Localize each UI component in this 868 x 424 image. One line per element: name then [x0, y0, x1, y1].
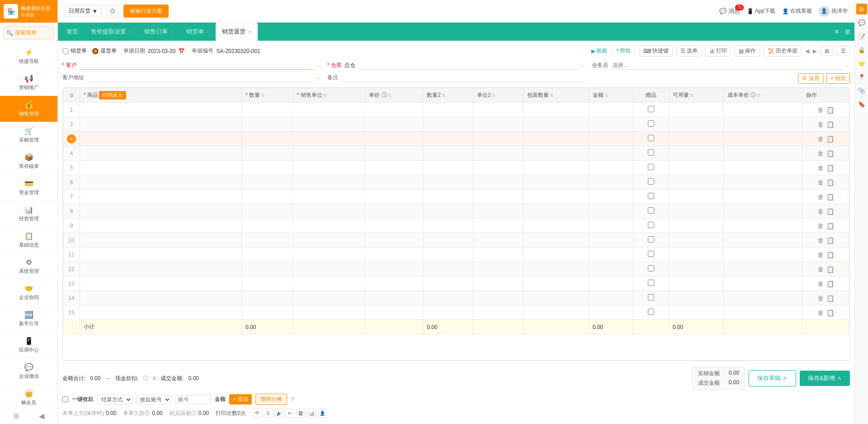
print-icon-7[interactable]: 👤: [318, 409, 327, 418]
add-row-button[interactable]: +: [67, 134, 76, 143]
calc-method-select[interactable]: 结算方式: [97, 395, 132, 405]
rs-clip-btn[interactable]: 📎: [856, 85, 867, 96]
one-click-payment-checkbox[interactable]: [62, 396, 68, 402]
gift-checkbox[interactable]: [648, 135, 654, 141]
sidebar-item-marketing[interactable]: 📢 营销推广: [0, 70, 57, 96]
copy-row-icon[interactable]: 📋: [826, 222, 834, 229]
sidebar-item-newguide[interactable]: 🆕 新手引导: [0, 306, 57, 332]
rs-pin-btn[interactable]: 📍: [856, 71, 867, 82]
discount-help-icon[interactable]: ⓘ: [143, 375, 148, 382]
tab-home[interactable]: 首页: [60, 23, 85, 41]
print-icon-4[interactable]: ✏: [285, 409, 294, 418]
tab-sales-delivery[interactable]: 销货单 ×: [180, 23, 216, 41]
add-logistics-button[interactable]: + 物流: [826, 73, 850, 84]
gift-checkbox[interactable]: [648, 294, 654, 300]
delete-row-icon[interactable]: 🗑: [817, 251, 824, 258]
copy-row-icon[interactable]: 📋: [826, 121, 834, 128]
settings-bottom-icon[interactable]: ⚙: [13, 412, 19, 420]
salesman-dots-btn[interactable]: ···: [845, 62, 850, 69]
cell-qty2[interactable]: [423, 132, 473, 146]
account-select[interactable]: 收款账号: [136, 395, 171, 405]
rs-bookmark-btn[interactable]: 🔖: [856, 99, 867, 110]
radio-delivery[interactable]: 销货单: [62, 47, 87, 55]
rs-chat-btn[interactable]: 💬: [856, 17, 867, 28]
gift-checkbox[interactable]: [648, 280, 654, 286]
delete-row-icon[interactable]: 🗑: [817, 309, 824, 316]
next-icon[interactable]: ▶: [813, 48, 817, 54]
tab-price-setting[interactable]: 售价提取设置 ×: [85, 23, 138, 41]
print-icon-6[interactable]: 📊: [307, 409, 316, 418]
sidebar-item-system[interactable]: ⚙ 系统管理: [0, 253, 57, 280]
copy-row-icon[interactable]: 📋: [826, 150, 834, 157]
cell-cost[interactable]: [724, 132, 802, 146]
delete-row-icon[interactable]: 🗑: [817, 106, 824, 114]
sidebar-item-inventory[interactable]: 📦 库存核算: [0, 148, 57, 175]
cell-qty2[interactable]: [423, 103, 473, 117]
gift-checkbox[interactable]: [648, 236, 654, 243]
cell-unit[interactable]: [293, 103, 365, 117]
cell-quantity[interactable]: [242, 117, 293, 132]
help-link[interactable]: ? 帮助: [616, 47, 631, 55]
cell-gift[interactable]: [633, 132, 669, 146]
tab-close-price-setting[interactable]: ×: [129, 29, 132, 34]
cell-unit2[interactable]: [473, 117, 524, 132]
print-icon-2[interactable]: S: [264, 409, 273, 418]
radio-delivery-input[interactable]: [62, 48, 69, 54]
gift-checkbox[interactable]: [648, 222, 654, 228]
delete-row-icon[interactable]: 🗑: [817, 266, 824, 273]
sidebar-item-finance[interactable]: 💳 资金管理: [0, 175, 57, 201]
industry-select[interactable]: 日用百货 ▼: [65, 5, 102, 17]
account-number-input[interactable]: [175, 395, 211, 404]
copy-row-icon[interactable]: 📋: [826, 164, 834, 172]
copy-row-icon[interactable]: 📋: [826, 266, 834, 273]
app-download-button[interactable]: 📱 App下载: [747, 7, 775, 15]
operate-btn[interactable]: ▤ 操作: [735, 45, 760, 57]
copy-row-icon[interactable]: 📋: [826, 295, 834, 302]
gift-checkbox[interactable]: [648, 309, 654, 315]
copy-row-icon[interactable]: 📋: [826, 193, 834, 200]
cell-product-active[interactable]: [80, 132, 242, 146]
message-button[interactable]: 💬 消息 70: [719, 7, 740, 15]
copy-row-icon[interactable]: 📋: [826, 135, 834, 143]
cell-unit2[interactable]: [473, 103, 524, 117]
copy-row-icon[interactable]: 📋: [826, 280, 834, 287]
copy-row-icon[interactable]: 📋: [826, 208, 834, 215]
topbar-gear-button[interactable]: ⚙: [106, 5, 119, 18]
copy-row-icon[interactable]: 📋: [826, 179, 834, 186]
cell-pack[interactable]: [524, 103, 589, 117]
gift-checkbox[interactable]: [648, 106, 654, 112]
delete-row-icon[interactable]: 🗑: [817, 193, 824, 200]
print-icon-3[interactable]: 🔊: [274, 409, 283, 418]
print-icon-5[interactable]: 🖼: [296, 409, 305, 418]
calendar-icon[interactable]: 📅: [178, 48, 185, 54]
cell-pack[interactable]: [524, 117, 589, 132]
delete-row-icon[interactable]: 🗑: [817, 164, 824, 172]
copy-row-icon[interactable]: 📋: [826, 309, 834, 316]
trial-button[interactable]: 体验行业方案: [123, 5, 169, 18]
sidebar-item-appcenter[interactable]: 📱 应用中心: [0, 332, 57, 358]
settings-button[interactable]: ⚙ 设置: [798, 73, 823, 84]
cell-pack[interactable]: [524, 132, 589, 146]
add-payment-button[interactable]: + 添加: [229, 394, 252, 405]
shortcut-btn[interactable]: ⌨ 快捷键: [639, 45, 673, 57]
cell-gift[interactable]: [633, 117, 669, 132]
collapse-sidebar-icon[interactable]: ◀: [39, 412, 44, 420]
expense-split-button[interactable]: 费用分摊: [255, 394, 287, 405]
gift-checkbox[interactable]: [648, 193, 654, 199]
expense-help-icon[interactable]: ?: [291, 396, 294, 403]
cell-unit[interactable]: [293, 132, 365, 146]
customer-dots-btn[interactable]: ···: [316, 62, 321, 69]
gift-checkbox[interactable]: [648, 265, 654, 272]
sidebar-item-member[interactable]: 👑 畅会员: [0, 385, 57, 408]
cell-price[interactable]: [365, 117, 423, 132]
cell-available[interactable]: [669, 132, 723, 146]
delete-row-icon[interactable]: 🗑: [817, 295, 824, 302]
gift-checkbox[interactable]: [648, 164, 654, 170]
tab-sales-return[interactable]: 销货退货 ×: [216, 23, 257, 41]
delete-row-icon[interactable]: 🗑: [817, 121, 824, 128]
grid-view-btn[interactable]: ⊞: [821, 46, 833, 56]
delete-row-icon[interactable]: 🗑: [817, 179, 824, 186]
cell-product[interactable]: [80, 117, 242, 132]
cell-gift[interactable]: [633, 103, 669, 117]
customer-input[interactable]: [80, 61, 313, 70]
